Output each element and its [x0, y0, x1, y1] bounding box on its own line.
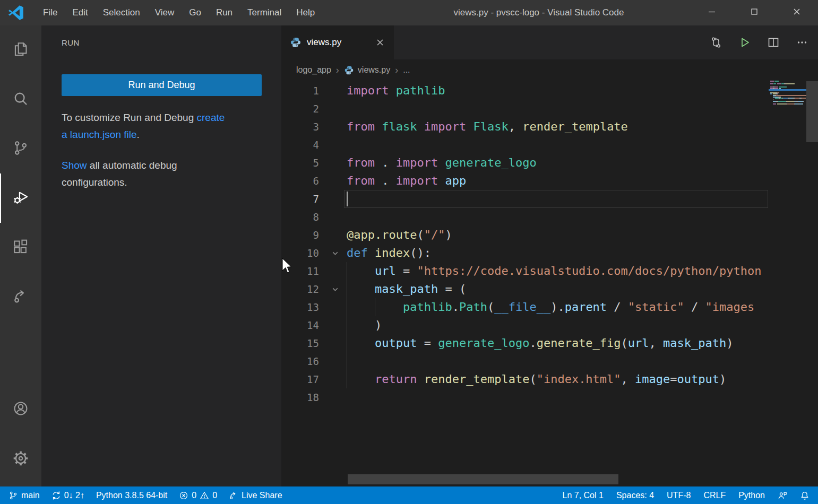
activity-item-live-share[interactable] [0, 272, 41, 321]
close-button[interactable] [776, 0, 818, 25]
status-item-encoding[interactable]: UTF-8 [667, 491, 691, 500]
sidebar-link[interactable]: Show [62, 160, 87, 171]
code-line-5[interactable]: 5from . import generate_logo [281, 154, 818, 172]
activity-item-explorer[interactable] [0, 25, 41, 75]
fold-chevron-down-icon[interactable] [328, 244, 342, 262]
vertical-scrollbar[interactable] [806, 81, 818, 142]
status-item-indentation[interactable]: Spaces: 4 [616, 491, 654, 500]
status-item-eol[interactable]: CRLF [703, 491, 726, 500]
menu-view[interactable]: View [148, 0, 182, 25]
tab-close-icon[interactable] [375, 37, 385, 48]
run-sidebar: RUN Run and Debug To customize Run and D… [41, 25, 281, 486]
line-number: 5 [281, 154, 319, 172]
sidebar-paragraph: Show all automatic debugconfigurations. [62, 157, 269, 191]
code-line-15[interactable]: 15 output = generate_logo.generate_fig(u… [281, 334, 818, 352]
code-line-7[interactable]: 7 [281, 190, 818, 208]
code-line-18[interactable]: 18 [281, 388, 818, 406]
activity-item-search[interactable] [0, 75, 41, 124]
sync-icon [51, 491, 61, 500]
breadcrumb-item[interactable]: ... [403, 65, 410, 75]
activity-item-settings[interactable] [0, 435, 41, 484]
menu-go[interactable]: Go [182, 0, 209, 25]
editor-actions [710, 25, 808, 59]
menu-run[interactable]: Run [209, 0, 240, 25]
status-label: UTF-8 [667, 491, 691, 500]
code-line-16[interactable]: 16 [281, 352, 818, 370]
code-line-4[interactable]: 4 [281, 136, 818, 154]
fold-chevron-down-icon[interactable] [328, 280, 342, 298]
split-editor-button[interactable] [767, 36, 780, 49]
line-number: 15 [281, 334, 319, 352]
minimap[interactable] [769, 81, 806, 486]
code-line-1[interactable]: 1import pathlib [281, 82, 818, 100]
sidebar-link[interactable]: a launch.json file [62, 129, 137, 140]
menu-terminal[interactable]: Terminal [240, 0, 289, 25]
code-line-2[interactable]: 2 [281, 100, 818, 118]
activity-item-account[interactable] [0, 385, 41, 434]
code-line-text: ) [344, 316, 769, 334]
text-cursor [347, 192, 348, 206]
error-icon [179, 491, 188, 500]
open-changes-button[interactable] [710, 36, 722, 49]
line-number: 12 [281, 280, 319, 298]
sidebar-paragraph: To customize Run and Debug createa launc… [62, 109, 269, 143]
code-line-text: output = generate_logo.generate_fig(url,… [344, 334, 769, 352]
status-item-notifications[interactable] [800, 491, 810, 500]
run-and-debug-button[interactable]: Run and Debug [62, 74, 262, 96]
code-line-3[interactable]: 3from flask import Flask, render_templat… [281, 118, 818, 136]
menu-edit[interactable]: Edit [65, 0, 95, 25]
code-line-text: import pathlib [344, 82, 769, 100]
horizontal-scrollbar[interactable] [348, 474, 618, 484]
activity-item-run-and-debug[interactable] [0, 173, 41, 223]
code-line-14[interactable]: 14 ) [281, 316, 818, 334]
line-number: 10 [281, 244, 319, 262]
tab-views-py[interactable]: views.py [281, 25, 394, 59]
status-item-sync[interactable]: 0↓ 2↑ [51, 491, 84, 500]
status-item-feedback[interactable] [778, 491, 787, 500]
code-line-10[interactable]: 10def index(): [281, 244, 818, 262]
code-line-17[interactable]: 17 return render_template("index.html", … [281, 370, 818, 388]
sidebar-text: all automatic debug [87, 160, 177, 171]
code-line-text [344, 208, 769, 226]
minimize-button[interactable] [691, 0, 733, 25]
breadcrumb-item[interactable]: views.py [344, 65, 390, 75]
menu-selection[interactable]: Selection [96, 0, 148, 25]
vscode-window: FileEditSelectionViewGoRunTerminalHelp v… [0, 0, 818, 504]
code-editor[interactable]: 1import pathlib23from flask import Flask… [281, 81, 818, 486]
code-line-text: from flask import Flask, render_template [344, 118, 769, 136]
status-label: main [21, 491, 40, 500]
status-item-live-share[interactable]: Live Share [229, 491, 282, 500]
status-item-python-interpreter[interactable]: Python 3.8.5 64-bit [96, 491, 167, 500]
status-item-cursor-position[interactable]: Ln 7, Col 1 [563, 491, 604, 500]
menu-help[interactable]: Help [289, 0, 322, 25]
title-bar: FileEditSelectionViewGoRunTerminalHelp v… [0, 0, 818, 25]
code-line-8[interactable]: 8 [281, 208, 818, 226]
sidebar-link[interactable]: create [197, 112, 225, 123]
status-item-language-mode[interactable]: Python [738, 491, 765, 500]
code-line-11[interactable]: 11 url = "https://code.visualstudio.com/… [281, 262, 818, 280]
activity-item-extensions[interactable] [0, 223, 41, 272]
line-number: 7 [281, 190, 319, 208]
line-number: 2 [281, 100, 319, 118]
maximize-button[interactable] [733, 0, 776, 25]
status-bar-left: main0↓ 2↑Python 3.8.5 64-bit00Live Share [0, 486, 282, 504]
status-item-problems[interactable]: 00 [179, 491, 217, 500]
code-line-6[interactable]: 6from . import app [281, 172, 818, 190]
code-line-9[interactable]: 9@app.route("/") [281, 226, 818, 244]
breadcrumb-item[interactable]: logo_app [296, 65, 331, 75]
status-item-git-branch[interactable]: main [8, 491, 40, 500]
line-number: 17 [281, 370, 319, 388]
code-line-12[interactable]: 12 mask_path = ( [281, 280, 818, 298]
share-icon [12, 288, 29, 307]
line-number: 1 [281, 82, 319, 100]
status-label: Live Share [242, 491, 282, 500]
minimize-icon [707, 6, 717, 19]
more-actions-button[interactable] [796, 36, 808, 49]
run-python-file-button[interactable] [738, 36, 751, 49]
code-line-13[interactable]: 13 pathlib.Path(__file__).parent / "stat… [281, 298, 818, 316]
activity-item-source-control[interactable] [0, 124, 41, 173]
menu-file[interactable]: File [36, 0, 65, 25]
account-icon [12, 400, 29, 419]
feedback-icon [778, 491, 787, 500]
line-number: 9 [281, 226, 319, 244]
